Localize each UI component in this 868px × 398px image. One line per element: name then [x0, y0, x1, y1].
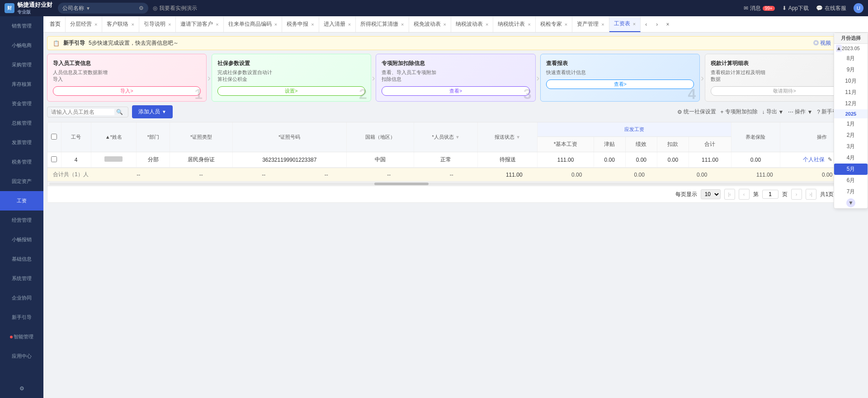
status-filter-icon[interactable]: ▼ [455, 135, 460, 140]
step-3-btn[interactable]: 查看> [382, 86, 529, 96]
tab-tax-wave-close[interactable]: × [486, 22, 488, 27]
tab-partition-close[interactable]: × [94, 22, 97, 27]
add-staff-btn[interactable]: 添加人员 ▼ [132, 105, 173, 118]
tab-tax-report[interactable]: 税务申报× [282, 17, 319, 32]
sidebar-item-fixed[interactable]: 固定资产 [0, 172, 43, 191]
prev-page-btn[interactable]: ‹ [739, 189, 750, 200]
tab-partition[interactable]: 分层经营× [66, 17, 102, 32]
company-settings-icon[interactable]: ⚙ [139, 5, 144, 11]
export-btn[interactable]: ↓ 导出 ▼ [762, 108, 784, 116]
tab-clearance-close[interactable]: × [348, 22, 351, 27]
month-2[interactable]: 2月 [834, 130, 868, 141]
sidebar-item-tax[interactable]: 税务管理 [0, 152, 43, 172]
sidebar-item-operation[interactable]: 经营管理 [0, 211, 43, 230]
tab-home[interactable]: 首页 [45, 17, 66, 32]
tab-tax-stat[interactable]: 纳税统计表× [493, 17, 535, 32]
sidebar-item-inventory[interactable]: 库存核算 [0, 75, 43, 94]
month-nav-up-btn[interactable]: ▲ [836, 45, 842, 52]
sidebar-settings-btn[interactable]: ⚙ [0, 379, 43, 398]
report-filter-icon[interactable]: ▼ [516, 135, 520, 140]
app-download-btn[interactable]: ⬇ App下载 [782, 5, 809, 12]
first-page-btn[interactable]: |‹ [724, 189, 735, 200]
sidebar-item-invoice[interactable]: 发票管理 [0, 133, 43, 152]
sidebar-item-sales[interactable]: 销售管理 [0, 16, 43, 36]
tab-invite[interactable]: 邀请下游客户× [176, 17, 223, 32]
tab-guide-close[interactable]: × [168, 22, 171, 27]
sidebar-item-smart[interactable]: 智能管理 [0, 327, 43, 346]
online-service-btn[interactable]: 💬 在线客服 [816, 5, 846, 12]
per-page-select[interactable]: 10 20 50 [701, 189, 721, 199]
tab-invite-close[interactable]: × [216, 22, 218, 27]
month-6[interactable]: 6月 [834, 175, 868, 186]
next-page-btn[interactable]: › [791, 189, 802, 200]
tab-asset-close[interactable]: × [601, 22, 604, 27]
tab-tax-wave[interactable]: 纳税波动表× [451, 17, 493, 32]
tab-customer-close[interactable]: × [131, 22, 134, 27]
tab-guide[interactable]: 引导说明× [139, 17, 176, 32]
demo-link[interactable]: ◎ 我要看实例演示 [153, 5, 197, 12]
sidebar-item-payroll[interactable]: 工资 [0, 191, 43, 211]
sidebar-item-collab[interactable]: 企业协同 [0, 288, 43, 308]
step-2-btn[interactable]: 设置> [217, 86, 365, 96]
tab-tax-calc-close[interactable]: × [401, 22, 404, 27]
last-page-btn[interactable]: ›| [806, 189, 816, 200]
tab-payroll[interactable]: 工资表× [609, 17, 641, 32]
edit-icon[interactable]: ✎ [828, 156, 832, 163]
tab-tax-exempt[interactable]: 税免波动表× [409, 17, 451, 32]
search-input-wrapper[interactable]: 🔍 [47, 107, 128, 117]
messages-btn[interactable]: ✉ 消息 99+ [744, 5, 775, 12]
month-7[interactable]: 7月 [834, 186, 868, 197]
month-11[interactable]: 11月 [834, 87, 868, 98]
user-avatar[interactable]: U [854, 3, 863, 13]
page-input[interactable] [762, 190, 778, 199]
month-more-btn[interactable]: ▼ [846, 198, 855, 207]
sidebar-item-guide[interactable]: 新手引导 [0, 308, 43, 327]
tab-asset[interactable]: 资产管理× [572, 17, 609, 32]
month-3[interactable]: 3月 [834, 141, 868, 152]
month-12[interactable]: 12月 [834, 98, 868, 109]
sidebar-item-basic[interactable]: 基础信息 [0, 249, 43, 269]
tab-prev-btn[interactable]: ‹ [641, 17, 651, 32]
special-deduction-btn[interactable]: + 专项附加扣除 [721, 108, 758, 116]
tab-close-all-btn[interactable]: × [662, 17, 673, 32]
horizontal-scrollbar[interactable] [47, 181, 864, 186]
select-all-checkbox[interactable] [51, 134, 57, 140]
tab-clearance[interactable]: 进入清册× [319, 17, 356, 32]
sidebar-item-marketing[interactable]: 小畅报销 [0, 230, 43, 249]
step-1-btn[interactable]: 导入> [53, 86, 201, 96]
month-9[interactable]: 9月 [834, 64, 868, 75]
tab-payroll-close[interactable]: × [633, 21, 636, 27]
month-4[interactable]: 4月 [834, 152, 868, 164]
tab-product-code-close[interactable]: × [274, 22, 277, 27]
sidebar-item-ecommerce[interactable]: 小畅电商 [0, 36, 43, 55]
sidebar-item-ledger[interactable]: 总账管理 [0, 113, 43, 133]
unified-set-btn[interactable]: ⚙ 统一社保设置 [677, 108, 716, 116]
operate-btn[interactable]: ⋯ 操作 ▼ [788, 108, 812, 116]
scrollbar-thumb[interactable] [374, 183, 429, 185]
sidebar-item-system[interactable]: 系统管理 [0, 269, 43, 288]
tab-next-btn[interactable]: › [651, 17, 662, 32]
search-input[interactable] [51, 109, 114, 115]
step-4-btn[interactable]: 查看> [546, 80, 694, 89]
tab-tax-exempt-close[interactable]: × [443, 22, 446, 27]
search-icon[interactable]: 🔍 [116, 109, 123, 115]
personal-insurance-btn[interactable]: 个人社保 [803, 156, 825, 163]
row-checkbox[interactable] [51, 156, 57, 162]
tab-tax-expert[interactable]: 税检专家× [536, 17, 572, 32]
tab-tax-expert-close[interactable]: × [565, 22, 567, 27]
tab-product-code[interactable]: 往来单位商品编码× [224, 17, 282, 32]
month-8[interactable]: 8月 [834, 53, 868, 64]
sidebar-item-finance[interactable]: 资金管理 [0, 94, 43, 113]
sidebar-item-purchase[interactable]: 采购管理 [0, 55, 43, 75]
sidebar-item-appcenter[interactable]: 应用中心 [0, 346, 43, 366]
add-staff-arrow-icon: ▼ [162, 109, 166, 114]
tab-customer[interactable]: 客户联络× [102, 17, 139, 32]
month-5[interactable]: 5月 [834, 164, 868, 175]
tab-tax-calc[interactable]: 所得税汇算清缴× [356, 17, 409, 32]
month-10[interactable]: 10月 [834, 75, 868, 87]
guide-video-btn[interactable]: ◎ 视频 [813, 39, 831, 47]
month-1[interactable]: 1月 [834, 118, 868, 130]
company-selector[interactable]: 公司名称 ▼ ⚙ [58, 3, 148, 14]
tab-tax-stat-close[interactable]: × [528, 22, 530, 27]
tab-tax-report-close[interactable]: × [311, 22, 314, 27]
